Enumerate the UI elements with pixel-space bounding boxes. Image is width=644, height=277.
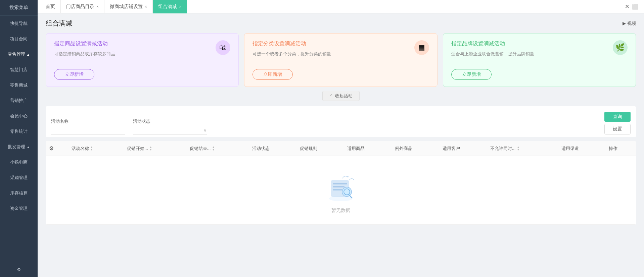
tab-home[interactable]: 首页 — [40, 0, 61, 13]
col-promo-rule: 促销规则 — [296, 141, 344, 156]
activity-name-input[interactable] — [51, 126, 125, 134]
tab-bar-actions: ✕ ⬜ — [625, 3, 641, 10]
table-container: ⚙活动名称▲▼促销开始...▲▼促销结束...▲▼活动状态促销规则适用商品例外商… — [46, 141, 636, 225]
sidebar-label: 批发管理 — [8, 144, 25, 150]
tab-close-icon[interactable]: × — [96, 4, 99, 9]
svg-rect-4 — [333, 189, 342, 190]
sidebar: 搜索菜单 快捷导航项目合同零售管理▲智慧门店零售商城营销推广会员中心零售统计批发… — [0, 0, 38, 277]
sidebar-label: 资金管理 — [10, 206, 28, 212]
col-promo-start[interactable]: 促销开始...▲▼ — [124, 141, 186, 156]
tab-close-icon[interactable]: × — [145, 4, 147, 9]
card-title: 指定分类设置满减活动 — [252, 40, 429, 47]
page-content: 组合满减 ▶ 视频 🛍 指定商品设置满减活动 可指定滞销商品或库存较多商品 立即… — [38, 13, 644, 277]
sidebar-search[interactable]: 搜索菜单 — [0, 0, 38, 16]
chevron-up-icon: ⌃ — [329, 94, 333, 99]
arrow-icon: ▲ — [27, 53, 30, 56]
col-activity-name[interactable]: 活动名称▲▼ — [68, 141, 124, 156]
tab-label: 门店商品目录 — [66, 4, 94, 10]
sidebar-item-retail-mgmt[interactable]: 零售管理▲ — [0, 47, 38, 62]
restore-window-icon[interactable]: ⬜ — [632, 3, 639, 10]
sidebar-label: 小畅电商 — [10, 159, 28, 165]
sort-icon: ▲▼ — [90, 146, 93, 151]
sidebar-item-smart-store[interactable]: 智慧门店 — [0, 62, 38, 77]
card-add-btn[interactable]: 立即新增 — [252, 69, 293, 80]
card-icon-green: 🌿 — [613, 40, 628, 55]
activity-status-select[interactable]: ∨ — [133, 126, 207, 134]
col-not-allow-concurrent[interactable]: 不允许同时...▲▼ — [487, 141, 558, 156]
col-exception-goods: 例外商品 — [392, 141, 439, 156]
sidebar-label: 快捷导航 — [10, 20, 28, 26]
card-desc: 可指定滞销商品或库存较多商品 — [54, 51, 230, 64]
col-promo-end[interactable]: 促销结束...▲▼ — [186, 141, 249, 156]
card-icon-orange: ▦ — [414, 40, 429, 55]
sidebar-item-retail-mall[interactable]: 零售商城 — [0, 77, 38, 93]
table-settings-gear-icon[interactable]: ⚙ — [49, 146, 54, 151]
table-header: ⚙活动名称▲▼促销开始...▲▼促销结束...▲▼活动状态促销规则适用商品例外商… — [46, 141, 636, 156]
activity-status-label: 活动状态 — [133, 118, 207, 124]
sidebar-item-quick-nav[interactable]: 快捷导航 — [0, 16, 38, 31]
query-button[interactable]: 查询 — [604, 112, 631, 122]
tab-bar: 首页门店商品目录×微商城店铺设置×组合满减× ✕ ⬜ — [38, 0, 644, 13]
col-applicable-customer: 适用客户 — [439, 141, 487, 156]
video-link[interactable]: ▶ 视频 — [623, 20, 636, 26]
tab-label: 组合满减 — [158, 4, 177, 10]
collapse-btn-label: 收起活动 — [335, 93, 353, 99]
tab-combo-discount[interactable]: 组合满减× — [153, 0, 187, 13]
page-title: 组合满减 — [46, 19, 73, 28]
card-title: 指定品牌设置满减活动 — [451, 40, 628, 47]
card-title: 指定商品设置满减活动 — [54, 40, 230, 47]
gear-icon: ⚙ — [17, 267, 21, 272]
col-settings: ⚙ — [46, 141, 68, 156]
sidebar-item-member-center[interactable]: 会员中心 — [0, 108, 38, 124]
card-add-btn[interactable]: 立即新增 — [451, 69, 492, 80]
page-header: 组合满减 ▶ 视频 — [46, 19, 636, 28]
cards-row: 🛍 指定商品设置满减活动 可指定滞销商品或库存较多商品 立即新增 ▦ 指定分类设… — [46, 33, 636, 87]
card-product: 🛍 指定商品设置满减活动 可指定滞销商品或库存较多商品 立即新增 — [46, 33, 239, 87]
sidebar-item-xiaochangec[interactable]: 小畅电商 — [0, 155, 38, 170]
svg-rect-3 — [333, 186, 344, 187]
tab-wechat-store-settings[interactable]: 微商城店铺设置× — [104, 0, 153, 13]
card-desc: 可选一个或者多个分类，提升分类的销量 — [252, 51, 429, 64]
sidebar-item-marketing[interactable]: 营销推广 — [0, 93, 38, 108]
close-window-icon[interactable]: ✕ — [625, 3, 629, 10]
sidebar-label: 零售商城 — [10, 82, 28, 88]
svg-point-9 — [353, 179, 354, 180]
sidebar-item-retail-stats[interactable]: 零售统计 — [0, 124, 38, 139]
sidebar-item-finance[interactable]: 资金管理 — [0, 201, 38, 216]
tab-label: 首页 — [46, 4, 55, 10]
collapse-bar: ⌃ 收起活动 — [46, 91, 636, 101]
activity-name-label: 活动名称 — [51, 118, 125, 124]
col-activity-status: 活动状态 — [249, 141, 296, 156]
sidebar-label: 营销推广 — [10, 98, 28, 104]
sidebar-item-procurement[interactable]: 采购管理 — [0, 170, 38, 185]
collapse-activities-btn[interactable]: ⌃ 收起活动 — [322, 91, 360, 101]
col-applicable-goods: 适用商品 — [344, 141, 392, 156]
sidebar-label: 智慧门店 — [10, 67, 28, 73]
sidebar-label: 零售统计 — [10, 128, 28, 134]
sidebar-label: 库存核算 — [10, 190, 28, 196]
svg-rect-2 — [333, 183, 347, 184]
main-area: 首页门店商品目录×微商城店铺设置×组合满减× ✕ ⬜ 组合满减 ▶ 视频 🛍 指… — [38, 0, 644, 277]
video-label: 视频 — [627, 20, 636, 26]
svg-point-8 — [347, 176, 349, 177]
card-desc: 适合与上游企业联合做营销，提升品牌销量 — [451, 51, 628, 64]
sort-icon: ▲▼ — [212, 146, 215, 151]
settings-button[interactable]: 设置 — [604, 124, 631, 134]
sidebar-label: 采购管理 — [10, 175, 28, 181]
play-icon: ▶ — [623, 21, 626, 26]
sidebar-item-inventory[interactable]: 库存核算 — [0, 185, 38, 201]
sidebar-item-project-contract[interactable]: 项目合同 — [0, 31, 38, 47]
activity-status-filter-group: 活动状态 ∨ — [133, 118, 207, 134]
filter-row: 活动名称 活动状态 ∨ 查询 设置 — [46, 106, 636, 137]
sidebar-item-wholesale-mgmt[interactable]: 批发管理▲ — [0, 139, 38, 155]
empty-text: 暂无数据 — [331, 208, 350, 214]
card-add-btn[interactable]: 立即新增 — [54, 69, 94, 80]
arrow-icon: ▲ — [27, 145, 30, 149]
tab-close-icon[interactable]: × — [179, 4, 181, 9]
sidebar-settings-btn[interactable]: ⚙ — [0, 262, 38, 277]
sort-icon: ▲▼ — [149, 146, 152, 151]
tab-store-catalog[interactable]: 门店商品目录× — [61, 0, 104, 13]
empty-illustration — [324, 173, 358, 204]
sidebar-label: 项目合同 — [10, 36, 28, 42]
card-icon-purple: 🛍 — [216, 40, 230, 55]
